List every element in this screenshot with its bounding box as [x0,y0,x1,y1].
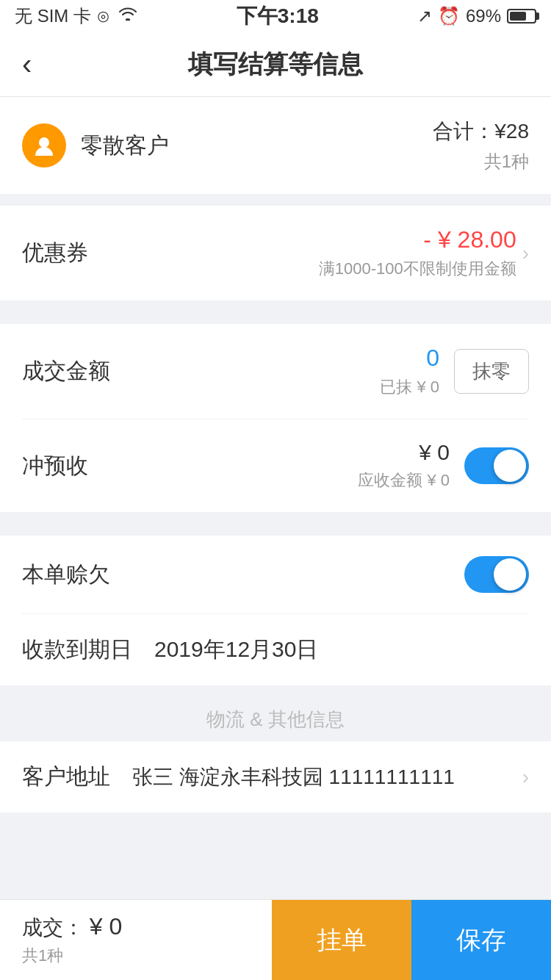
prepay-toggle[interactable] [464,447,529,484]
debt-label: 本单赊欠 [22,560,110,590]
svg-point-0 [39,137,49,148]
status-time: 下午3:18 [237,2,319,30]
due-date-value: 2019年12月30日 [154,635,318,665]
customer-left: 零散客户 [22,123,169,167]
bottom-deal-row: 成交： ¥ 0 [22,913,250,942]
sim-text: 无 SIM 卡 ⊙ [15,4,110,28]
customer-avatar [22,123,66,167]
customer-card: 零散客户 合计：¥28 共1种 [0,97,551,194]
customer-total: 合计：¥28 [433,118,529,145]
debt-card: 本单赊欠 收款到期日 2019年12月30日 [0,536,551,685]
address-label: 客户地址 [22,762,110,792]
address-row[interactable]: 客户地址 张三 海淀永丰科技园 11111111111 › [0,741,551,813]
section-separator-1 [0,312,551,324]
customer-right: 合计：¥28 共1种 [433,118,529,173]
address-value: 张三 海淀永丰科技园 11111111111 [132,763,516,791]
bottom-deal-amount: ¥ 0 [90,913,122,940]
round-zero-button[interactable]: 抹零 [454,349,529,394]
wifi-icon [118,6,138,26]
location-icon: ↗ [417,6,432,26]
coupon-row[interactable]: 优惠券 - ¥ 28.00 满1000-100不限制使用金额 › [0,206,551,300]
page-title: 填写结算等信息 [188,48,363,82]
address-card: 客户地址 张三 海淀永丰科技园 11111111111 › [0,741,551,813]
address-chevron-icon: › [522,765,529,789]
status-bar: 无 SIM 卡 ⊙ 下午3:18 ↗ ⏰ 69% [0,0,551,32]
bottom-bar: 成交： ¥ 0 共1种 挂单 保存 [0,899,551,980]
deal-amount-col: 0 已抹 ¥ 0 [380,345,439,398]
prepay-value: ¥ 0 [358,440,450,465]
toggle-knob-debt [494,558,526,591]
alarm-icon: ⏰ [438,6,460,26]
customer-count: 共1种 [433,150,529,173]
nav-bar: ‹ 填写结算等信息 [0,32,551,97]
coupon-amount: - ¥ 28.00 [319,226,516,253]
prepay-sub: 应收金额 ¥ 0 [358,469,450,491]
customer-name: 零散客户 [81,131,169,161]
coupon-label: 优惠券 [22,238,88,268]
deal-sub: 已抹 ¥ 0 [380,376,439,398]
deal-right: 0 已抹 ¥ 0 抹零 [380,345,529,398]
battery-text: 69% [466,6,501,26]
save-button[interactable]: 保存 [411,900,551,981]
due-date-label: 收款到期日 [22,635,132,665]
prepay-right: ¥ 0 应收金额 ¥ 0 [358,440,529,491]
coupon-right: - ¥ 28.00 满1000-100不限制使用金额 [319,226,516,280]
bottom-deal-label: 成交： [22,916,84,939]
section-separator-2 [0,524,551,536]
deal-value: 0 [380,345,439,372]
content: 零散客户 合计：¥28 共1种 优惠券 - ¥ 28.00 满1000-100不… [0,97,551,971]
coupon-card: 优惠券 - ¥ 28.00 满1000-100不限制使用金额 › [0,206,551,300]
debt-toggle[interactable] [464,556,529,593]
bottom-left: 成交： ¥ 0 共1种 [0,913,272,967]
customer-row: 零散客户 合计：¥28 共1种 [0,97,551,194]
battery-icon [507,9,536,24]
back-button[interactable]: ‹ [22,48,32,81]
prepay-amount-col: ¥ 0 应收金额 ¥ 0 [358,440,450,491]
deal-amount-label: 成交金额 [22,356,110,386]
pending-button[interactable]: 挂单 [272,900,411,981]
bottom-count: 共1种 [22,945,250,967]
deal-amount-row: 成交金额 0 已抹 ¥ 0 抹零 [0,324,551,419]
prepay-label: 冲预收 [22,451,88,481]
prepay-row: 冲预收 ¥ 0 应收金额 ¥ 0 [0,419,551,512]
status-right: ↗ ⏰ 69% [417,6,536,26]
logistics-separator: 物流 & 其他信息 [0,697,551,741]
coupon-desc: 满1000-100不限制使用金额 [319,258,516,280]
logistics-label: 物流 & 其他信息 [206,707,345,732]
deal-amount-card: 成交金额 0 已抹 ¥ 0 抹零 冲预收 ¥ 0 应收金额 ¥ 0 [0,324,551,512]
toggle-knob-prepay [494,450,526,482]
chevron-right-icon: › [522,242,529,265]
due-date-row: 收款到期日 2019年12月30日 [0,614,551,685]
status-left: 无 SIM 卡 ⊙ [15,4,138,28]
debt-row: 本单赊欠 [0,536,551,613]
